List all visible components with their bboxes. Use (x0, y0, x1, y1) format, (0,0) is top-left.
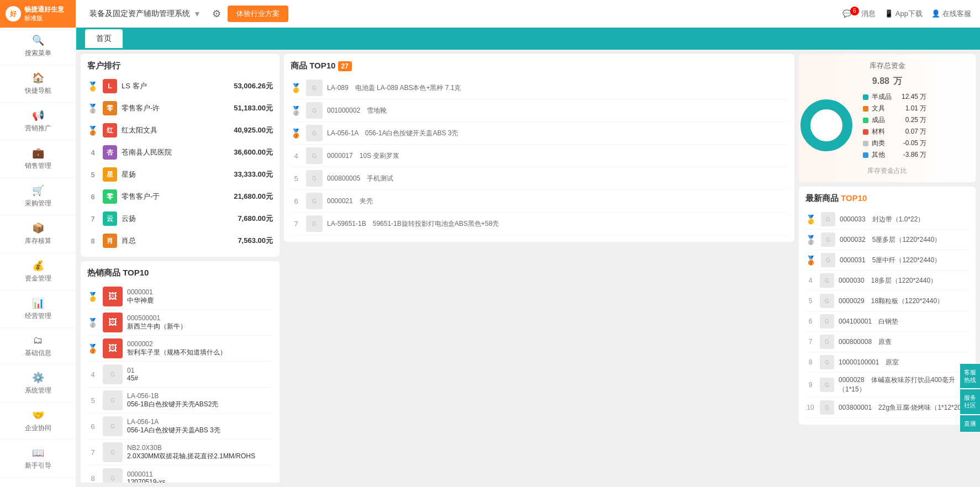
legend-dot (863, 94, 868, 100)
silver-medal: 🥈 (87, 103, 98, 114)
bronze-medal: 🥉 (87, 125, 98, 136)
settings-icon[interactable]: ⚙ (212, 8, 221, 20)
newest-thumb: G (820, 378, 834, 392)
rank-item: 8 肖 肖总 7,563.00元 (87, 231, 273, 250)
product-info: LA-056-1B 056-1B白色按键开关壳ABS2壳 (127, 392, 273, 409)
experience-btn[interactable]: 体验行业方案 (228, 6, 288, 22)
content-area: 客户排行 🥇 L LS 客户 53,006.26元 🥈 零 零售客户-许 51,… (76, 50, 980, 487)
message-btn[interactable]: 💬 6 消息 (842, 9, 876, 19)
product-thumb: G (103, 468, 123, 483)
rank-avatar: 杏 (103, 145, 117, 160)
hot-products-title: 热销商品 TOP10 (87, 268, 273, 278)
svg-point-6 (812, 111, 841, 140)
newest-thumb: G (820, 294, 834, 308)
customer-rank-list: 🥇 L LS 客户 53,006.26元 🥈 零 零售客户-许 51,183.0… (87, 77, 273, 250)
mid-product-info: LA-056-1A 056-1A白色按键开关盖ABS 3壳 (327, 129, 788, 138)
rank-item: 🥈 零 零售客户-许 51,183.00元 (87, 99, 273, 118)
hot-product-item: 🥉 🖼 0000002 智利车子里（规格不知道填什么） (87, 336, 273, 362)
hot-product-item: 5 G LA-056-1B 056-1B白色按键开关壳ABS2壳 (87, 388, 273, 414)
logo-sub: 标准版 (24, 14, 64, 22)
rank-value: 7,563.00元 (238, 236, 273, 246)
mid-product-item: 6 G 0000021 夹壳 (291, 190, 788, 213)
sidebar-item-新手引导[interactable]: 📖新手引导 (0, 440, 76, 478)
sidebar-item-搜索菜单[interactable]: 🔍搜索菜单 (0, 28, 76, 65)
product-thumb: 🖼 (103, 338, 123, 358)
customer-ranking-title: 客户排行 (87, 61, 273, 71)
service-icon: 👤 (931, 9, 940, 18)
system-name: 装备及固定资产辅助管理系统 (89, 9, 190, 19)
sidebar-item-营销推广[interactable]: 📢营销推广 (0, 103, 76, 140)
rank-item: 5 星 星扬 33,333.00元 (87, 165, 273, 184)
floating-btn-服务社区[interactable]: 服务社区 (960, 389, 980, 414)
legend-item: 材料 0.07 万 (863, 127, 926, 136)
newest-thumb: G (820, 273, 834, 288)
product-info: LA-056-1A 056-1A白色按键开关盖ABS 3壳 (127, 418, 273, 435)
sidebar-item-销售管理[interactable]: 💼销售管理 (0, 140, 76, 178)
hot-products-list: 🥇 🖼 0000001 中华神鹿 🥈 🖼 000500001 新西兰牛肉（新牛）… (87, 284, 273, 483)
newest-thumb: G (820, 355, 834, 369)
donut-container: 半成品 12.45 万 文具 1.01 万 成品 0.25 万 材料 0.07 … (799, 88, 976, 164)
topbar: 装备及固定资产辅助管理系统 ▼ ⚙ 体验行业方案 💬 6 消息 📱 App下载 … (76, 0, 980, 28)
rank-value: 40,925.00元 (234, 125, 273, 135)
main: 首页 客户排行 🥇 L LS 客户 53,006.26元 🥈 零 零售客户-许 … (76, 28, 980, 487)
right-column: 库存总资金 9.88 万 (799, 54, 976, 483)
mid-product-info: 000800005 手机测试 (327, 174, 788, 183)
sidebar-item-资金管理[interactable]: 💰资金管理 (0, 253, 76, 290)
mid-product-item: 7 G LA-59651-1B 59651-1B旋转投影灯电池盒ABS黑色+58… (291, 213, 788, 235)
app-download-btn[interactable]: 📱 App下载 (884, 9, 923, 19)
inventory-ratio-label: 库存资金占比 (799, 166, 976, 176)
floating-btn-直播[interactable]: 直播 (960, 415, 980, 432)
sidebar-item-快捷导航[interactable]: 🏠快捷导航 (0, 65, 76, 103)
phone-icon: 📱 (884, 9, 893, 18)
mid-column: 商品 TOP10 27 🥇 G LA-089 电池盖 LA-089 ABS本色+… (284, 54, 794, 483)
sidebar-item-经营管理[interactable]: 📊经营管理 (0, 290, 76, 328)
sidebar-item-系统管理[interactable]: ⚙️系统管理 (0, 365, 76, 403)
rank-avatar: 零 (103, 189, 117, 204)
rank-item: 🥇 L LS 客户 53,006.26元 (87, 77, 273, 96)
sidebar-item-采购管理[interactable]: 🛒采购管理 (0, 178, 76, 215)
tab-home[interactable]: 首页 (85, 29, 123, 48)
rank-name: 零售客户-于 (122, 192, 229, 202)
mid-badge: 27 (338, 61, 352, 71)
inventory-value: 9.88 万 (799, 71, 976, 88)
newest-thumb: G (821, 232, 835, 247)
rank-avatar: L (103, 79, 117, 93)
mid-product-thumb: G (306, 193, 323, 209)
legend-item: 成品 0.25 万 (863, 115, 926, 125)
hot-product-item: 7 G NB2.0X30B 2.0X30MM双搓花轴,搓花直径2.1MM/ROH… (87, 440, 273, 465)
newest-product-item: 5 G 0000029 18颗粒板（1220*2440） (805, 291, 969, 311)
mid-product-info: 0000021 夹壳 (327, 197, 788, 206)
online-service-btn[interactable]: 👤 在线客服 (931, 9, 971, 19)
product-info: 0000001 中华神鹿 (127, 288, 273, 305)
hot-products-card: 热销商品 TOP10 🥇 🖼 0000001 中华神鹿 🥈 🖼 00050000… (81, 261, 280, 483)
newest-product-item: 🥇 G 0000033 封边带（1.0*22） (805, 209, 969, 230)
mid-product-item: 4 G 0000017 10S 变刷罗浆 (291, 145, 788, 167)
donut-chart (799, 98, 854, 155)
product-thumb: 🖼 (103, 287, 123, 306)
newest-product-item: 7 G 000800008 原查 (805, 332, 969, 352)
rank-name: LS 客户 (122, 81, 229, 91)
inventory-card: 库存总资金 9.88 万 (799, 54, 976, 182)
newest-products-card: 最新商品 TOP10 🥇 G 0000033 封边带（1.0*22） 🥈 G 0… (799, 187, 976, 425)
floating-btn-客服热线[interactable]: 客服热线 (960, 364, 980, 389)
sidebar-item-基础信息[interactable]: 🗂基础信息 (0, 328, 76, 365)
rank-item: 7 云 云扬 7,680.00元 (87, 209, 273, 228)
topbar-right: 💬 6 消息 📱 App下载 👤 在线客服 (842, 9, 971, 19)
legend-item: 文具 1.01 万 (863, 104, 926, 113)
rank-name: 云扬 (122, 214, 233, 224)
rank-avatar: 零 (103, 101, 117, 115)
rank-name: 零售客户-许 (122, 103, 229, 113)
sidebar-item-库存核算[interactable]: 📦库存核算 (0, 215, 76, 253)
rank-name: 星扬 (122, 170, 229, 179)
mid-products-title: 商品 TOP10 27 (291, 61, 788, 71)
legend-item: 半成品 12.45 万 (863, 92, 926, 102)
customer-ranking-card: 客户排行 🥇 L LS 客户 53,006.26元 🥈 零 零售客户-许 51,… (81, 54, 280, 257)
system-selector[interactable]: 装备及固定资产辅助管理系统 ▼ (85, 7, 206, 21)
product-thumb: G (103, 442, 123, 462)
dropdown-icon: ▼ (193, 9, 201, 18)
logo-icon: 好 (6, 6, 21, 22)
rank-value: 33,333.00元 (234, 170, 273, 179)
gold-medal: 🥇 (87, 81, 98, 92)
sidebar-item-企业协同[interactable]: 🤝企业协同 (0, 403, 76, 440)
inventory-legend: 半成品 12.45 万 文具 1.01 万 成品 0.25 万 材料 0.07 … (863, 92, 926, 160)
